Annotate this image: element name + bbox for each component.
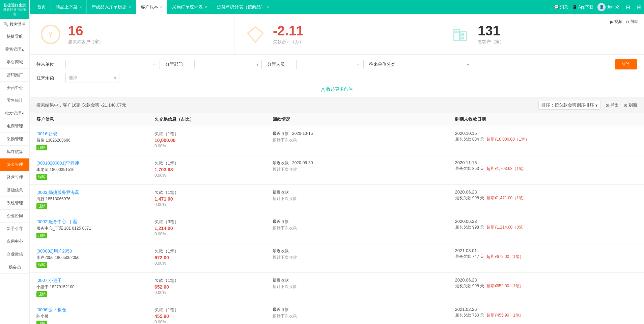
- tab-inbound-stats[interactable]: 进货单统计表（按商品）×: [212, 0, 274, 14]
- sort-arrow-icon: ▾: [595, 103, 598, 108]
- app-download-btn[interactable]: 📱 App下载: [572, 4, 593, 10]
- customer-name-link[interactable]: [00010200001]李老师: [36, 160, 79, 166]
- due-date: 2020.06.23: [455, 189, 638, 195]
- manager-input[interactable]: ···: [296, 60, 364, 69]
- next-repay-label: 预计下次收款: [273, 255, 455, 260]
- sidebar-item-corp-wechat[interactable]: 企业微信: [0, 248, 29, 261]
- customer-name-link[interactable]: [0003]畅捷服务尹海蕊: [36, 190, 79, 195]
- tab-close-icon[interactable]: ×: [205, 5, 207, 9]
- sidebar-item-vip[interactable]: 畅会员: [0, 261, 29, 274]
- due-date-cell: 2021.03.01 最长欠款 747 天 超期¥672.00（1笔）: [455, 248, 638, 260]
- user-avatar[interactable]: 👤 demo2: [597, 3, 619, 11]
- stat-debt-customers-label: 总欠款客户（家）: [68, 39, 103, 45]
- tab-close-icon[interactable]: ×: [267, 5, 269, 9]
- sidebar-item-enterprise[interactable]: 企业协同: [0, 210, 29, 223]
- tab-close-icon[interactable]: ×: [80, 5, 82, 9]
- results-bar: 搜索结果中，客户16家 欠款金额 -21,148.07元 排序：按欠款金额倒序排…: [30, 97, 644, 113]
- sidebar-item-retail-mall[interactable]: 零售商城: [0, 56, 29, 69]
- sidebar-item-newbie[interactable]: 新手引导: [0, 223, 29, 235]
- customer-info-cell: [0006]丢下粮仓 陈小希 现销: [36, 307, 155, 324]
- sidebar-item-ecommerce[interactable]: 电商管理: [0, 120, 29, 133]
- sidebar-item-retail-stats[interactable]: 零售统计: [0, 94, 29, 107]
- customer-tag: 现销: [36, 291, 47, 297]
- table-body: [0016]吕俊 吕俊 13026203696 现销 欠款（1笔） 10,000…: [30, 126, 644, 324]
- unit-category-select[interactable]: ▾: [405, 60, 472, 69]
- customer-name-link[interactable]: [000002]用户2050: [36, 248, 72, 254]
- repay-status-cell: 最近收款 预计下次收款: [273, 189, 455, 202]
- balance-select[interactable]: 选择... ▾: [65, 73, 119, 83]
- debt-percent: 0.00%: [155, 320, 273, 324]
- sidebar-item-batch-mgmt[interactable]: 批发管理▼: [0, 107, 29, 120]
- sidebar-logo: 畅捷通好生意 母婴行业演示账套: [0, 0, 29, 19]
- sidebar-item-marketing[interactable]: 营销推广: [0, 69, 29, 82]
- last-repay-label: 最近收款: [273, 248, 455, 254]
- tab-products-offline[interactable]: 商品上下架×: [51, 0, 87, 14]
- overdue-link[interactable]: 超期¥455.90（1笔）: [486, 313, 524, 318]
- due-date: 2020.06.23: [455, 277, 638, 283]
- customer-tag: 现销: [36, 174, 47, 180]
- topbar-maximize-btn[interactable]: ⊞: [637, 4, 641, 10]
- sidebar: 畅捷通好生意 母婴行业演示账套 🔍 搜索菜单 快捷导航 零售管理▲零售商城营销推…: [0, 0, 30, 324]
- svg-rect-8: [462, 37, 464, 39]
- sidebar-item-member[interactable]: 会员中心: [0, 82, 29, 94]
- dept-select[interactable]: ▾: [194, 60, 262, 69]
- balance-label: 往来余额: [36, 75, 60, 81]
- customer-name-link[interactable]: [0002]服务中心_丁磊: [36, 219, 77, 224]
- tab-customer-account[interactable]: 客户账本×: [136, 0, 167, 14]
- overdue-link[interactable]: 超期¥652.00（1笔）: [486, 284, 524, 288]
- customer-name-link[interactable]: [0007]小进干: [36, 278, 62, 283]
- stat-debt-customers: ¥ 16 总欠款客户（家）: [30, 14, 234, 54]
- overdue-link[interactable]: 超期¥1,471.00（1笔）: [486, 196, 527, 200]
- message-btn[interactable]: 💬 消息: [554, 4, 568, 10]
- customer-name-link[interactable]: [0006]丢下粮仓: [36, 307, 66, 312]
- customer-name-link[interactable]: [0016]吕俊: [36, 131, 57, 136]
- customer-info-cell: [0016]吕俊 吕俊 13026203696 现销: [36, 131, 155, 150]
- chevron-down-icon-2: ▾: [467, 62, 469, 67]
- refresh-btn[interactable]: ⊙ 刷新: [624, 102, 637, 108]
- sidebar-item-purchase[interactable]: 采购管理: [0, 133, 29, 146]
- next-repay-label: 预计下次收款: [273, 167, 455, 172]
- debt-info-cell: 欠款（1笔） 652.00 0.00%: [155, 277, 273, 295]
- sidebar-item-ops-mgmt[interactable]: 经营管理: [0, 171, 29, 184]
- chevron-up-icon: ⋀: [321, 87, 325, 92]
- sidebar-item-app-center[interactable]: 应用中心: [0, 235, 29, 248]
- video-help-btn[interactable]: ▶ 视频: [610, 19, 622, 25]
- debt-count: 欠款（1笔）: [155, 160, 273, 166]
- from-unit-label: 往来单位: [36, 61, 60, 67]
- tab-production-history[interactable]: 产成品入库单历史×: [87, 0, 136, 14]
- table-row: [00010200001]李老师 李老师 18600391516 现销 欠款（1…: [30, 155, 644, 185]
- overdue-link[interactable]: 超期¥1,214.00（3笔）: [486, 225, 527, 230]
- debt-count: 欠款（1笔）: [155, 189, 273, 196]
- export-btn[interactable]: ⊙ 导出: [606, 102, 619, 108]
- main-area: 首页商品上下架×产成品入库单历史×客户账本×采购订单统计表×进货单统计表（按商品…: [30, 0, 644, 324]
- customer-tag: 现销: [36, 262, 47, 268]
- sidebar-item-finance[interactable]: 资金管理: [0, 158, 29, 171]
- sidebar-item-basic-info[interactable]: 基础信息: [0, 184, 29, 197]
- sidebar-item-quick-nav[interactable]: 快捷导航: [0, 30, 29, 43]
- tab-close-icon[interactable]: ×: [129, 5, 131, 9]
- last-repay-label: 最近收款: [273, 189, 455, 195]
- debt-amount: 652.00: [155, 284, 273, 290]
- help-btn[interactable]: ⊙ 帮助: [626, 19, 638, 25]
- from-unit-input[interactable]: ···: [65, 60, 160, 69]
- overdue-link[interactable]: 超期¥1,703.68（1笔）: [486, 166, 527, 171]
- tab-close-icon[interactable]: ×: [160, 5, 162, 9]
- last-repay-label: 最近收款: [273, 277, 455, 283]
- topbar-minimize-btn[interactable]: ⊟: [626, 4, 630, 10]
- last-repay-label: 最近收款 2020-10-15: [273, 131, 455, 137]
- tab-purchase-stats[interactable]: 采购订单统计表×: [167, 0, 212, 14]
- overdue-link[interactable]: 超期¥10,000.00（1笔）: [486, 137, 529, 142]
- sidebar-item-sys-mgmt[interactable]: 系统管理: [0, 197, 29, 210]
- col-customer-info: 客户信息: [36, 116, 155, 122]
- query-button[interactable]: 查询: [615, 59, 637, 69]
- tab-home[interactable]: 首页: [32, 0, 51, 14]
- collapse-btn[interactable]: ⋀ 收起更多条件: [36, 86, 637, 92]
- customer-tag: 现销: [36, 203, 47, 209]
- debt-count: 欠款（1笔）: [155, 307, 273, 313]
- search-menu[interactable]: 🔍 搜索菜单: [0, 19, 29, 30]
- debt-amount: 1,471.00: [155, 196, 273, 202]
- overdue-link[interactable]: 超期¥672.00（1笔）: [486, 254, 524, 259]
- sidebar-item-warehouse[interactable]: 库存核算: [0, 146, 29, 158]
- sidebar-item-retail-mgmt[interactable]: 零售管理▲: [0, 43, 29, 56]
- sort-select[interactable]: 排序：按欠款金额倒序排序 ▾: [538, 101, 601, 110]
